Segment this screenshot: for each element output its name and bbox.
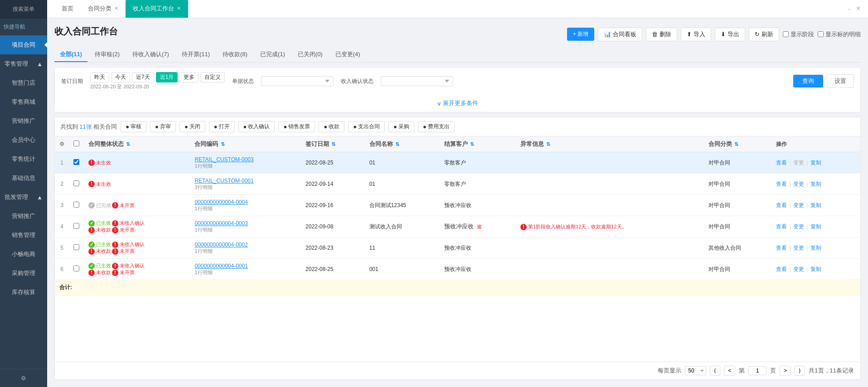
sidebar-item-member[interactable]: 会员中心 (0, 131, 47, 150)
add-button[interactable]: + 新增 (567, 28, 594, 41)
row-checkbox-cell[interactable] (69, 195, 84, 216)
change-link[interactable]: 变更 (793, 245, 804, 251)
set-button[interactable]: 设置 (827, 74, 854, 88)
change-link[interactable]: 变更 (793, 181, 804, 187)
page-input[interactable] (748, 366, 766, 375)
copy-link[interactable]: 复制 (810, 266, 821, 272)
row-checkbox-cell[interactable] (69, 259, 84, 280)
status-tab-pending-invoice[interactable]: 待开票(11) (176, 48, 215, 62)
row-checkbox-cell[interactable] (69, 152, 84, 174)
contract-board-button[interactable]: 📊 合同看板 (598, 28, 642, 41)
expense-out-btn[interactable]: ● 费用支出 (418, 121, 455, 132)
doc-status-select[interactable] (261, 76, 334, 86)
tab-contract-cat-close[interactable]: ✕ (114, 5, 118, 11)
refresh-button[interactable]: ↻ 刷新 (749, 28, 779, 41)
abandon-review-btn[interactable]: ● 弃审 (150, 121, 176, 132)
sidebar-item-inventory[interactable]: 库存核算 (0, 283, 47, 302)
view-link[interactable]: 查看 (776, 202, 787, 208)
row-checkbox-cell[interactable] (69, 174, 84, 195)
date-btn-yesterday[interactable]: 昨天 (90, 72, 109, 82)
contract-link[interactable]: 0000000000004-0004 (194, 199, 247, 205)
last-page-btn[interactable]: ⟩ (795, 366, 805, 376)
view-link[interactable]: 查看 (776, 266, 787, 272)
tab-income-workbench[interactable]: 收入合同工作台 ✕ (126, 0, 188, 18)
date-btn-more[interactable]: 更多 (179, 72, 199, 82)
status-tab-pending-payment[interactable]: 待收款(8) (217, 48, 253, 62)
date-btn-today[interactable]: 今天 (111, 72, 130, 82)
purchase-btn[interactable]: ● 采购 (388, 121, 414, 132)
show-fields-toggle[interactable]: 显示阶段 (783, 30, 814, 39)
query-button[interactable]: 查询 (793, 75, 823, 87)
contract-link[interactable]: 0000000000004-0002 (194, 242, 247, 248)
first-page-btn[interactable]: ⟨ (710, 366, 720, 376)
sort-error-info[interactable]: ⇅ (546, 141, 550, 147)
copy-link[interactable]: 复制 (810, 160, 821, 166)
view-link[interactable]: 查看 (776, 181, 787, 187)
export-button[interactable]: ⬇ 导出 (715, 28, 745, 41)
status-tab-closed[interactable]: 已关闭(0) (292, 48, 328, 62)
sidebar-item-ecommerce[interactable]: 小畅电商 (0, 245, 47, 264)
change-link[interactable]: 变更 (793, 266, 804, 272)
date-btn-7days[interactable]: 近7天 (132, 72, 154, 82)
sidebar-item-wholesale-mgmt[interactable]: 批发管理 ▲ (0, 188, 47, 207)
income-confirm-btn[interactable]: ● 收入确认 (238, 121, 275, 132)
minimize-button[interactable]: － (846, 5, 852, 13)
sidebar-item-retail-mgmt[interactable]: 零售管理 ▲ (0, 54, 47, 73)
status-tab-pending-confirm[interactable]: 待收入确认(7) (127, 48, 175, 62)
sort-contract-status[interactable]: ⇅ (126, 141, 130, 147)
import-button[interactable]: ⬆ 导入 (681, 28, 711, 41)
sidebar-settings[interactable]: ⚙ (0, 369, 47, 387)
contract-link[interactable]: 0000000000004-0001 (194, 263, 247, 269)
payment-btn[interactable]: ● 收款 (319, 121, 344, 132)
view-link[interactable]: 查看 (776, 160, 787, 166)
expense-contract-btn[interactable]: ● 支出合同 (348, 121, 385, 132)
sidebar-nav[interactable]: 快捷导航 (0, 19, 47, 35)
sidebar-item-marketing2[interactable]: 营销推广 (0, 207, 47, 226)
table-settings-icon[interactable]: ⚙ (55, 136, 69, 152)
status-tab-all[interactable]: 全部(11) (54, 48, 87, 62)
review-btn[interactable]: ● 审核 (121, 121, 146, 132)
sidebar-item-smart-store[interactable]: 智慧门店 (0, 73, 47, 92)
per-page-select[interactable]: 50 20 100 (685, 366, 706, 375)
prev-page-btn[interactable]: < (724, 366, 735, 376)
delete-button[interactable]: 🗑 删除 (646, 28, 677, 41)
sort-contract-code[interactable]: ⇅ (221, 141, 225, 147)
sort-customer[interactable]: ⇅ (470, 141, 474, 147)
view-link[interactable]: 查看 (776, 245, 787, 251)
income-confirm-select[interactable] (381, 76, 453, 86)
date-btn-1month[interactable]: 近1月 (156, 72, 178, 82)
tab-home[interactable]: 首页 (54, 0, 81, 18)
select-all-checkbox[interactable] (73, 140, 79, 146)
sidebar-item-purchase[interactable]: 采购管理 (0, 264, 47, 283)
sort-sign-date[interactable]: ⇅ (331, 141, 335, 147)
copy-link[interactable]: 复制 (810, 245, 821, 251)
change-link[interactable]: 变更 (793, 202, 804, 208)
sidebar-search[interactable]: 搜索菜单 (0, 0, 47, 19)
tab-contract-cat[interactable]: 合同分类 ✕ (81, 0, 126, 18)
status-tab-changed[interactable]: 已变更(4) (330, 48, 366, 62)
sidebar-item-retail-mall[interactable]: 零售商城 (0, 92, 47, 111)
close-button[interactable]: ✕ (856, 5, 861, 13)
sidebar-item-project[interactable]: 项目合同 (0, 35, 47, 54)
row-checkbox-cell[interactable] (69, 216, 84, 237)
sidebar-item-sales-mgmt[interactable]: 销售管理 (0, 226, 47, 245)
open-btn[interactable]: ● 打开 (209, 121, 235, 132)
header-checkbox-cell[interactable] (69, 136, 84, 152)
sidebar-item-basic-info[interactable]: 基础信息 (0, 169, 47, 188)
date-btn-custom[interactable]: 自定义 (200, 72, 225, 82)
show-detail-toggle[interactable]: 显示标的明细 (818, 30, 861, 39)
sidebar-item-retail-stat[interactable]: 零售统计 (0, 150, 47, 169)
contract-link[interactable]: RETAIL_CUSTOM-0003 (194, 156, 253, 163)
copy-link[interactable]: 复制 (810, 223, 821, 230)
sales-invoice-btn[interactable]: ● 销售发票 (278, 121, 315, 132)
status-tab-completed[interactable]: 已完成(1) (255, 48, 291, 62)
change-link[interactable]: 变更 (793, 223, 804, 230)
copy-link[interactable]: 复制 (810, 181, 821, 187)
expand-more-btn[interactable]: ∨ 展开更多条件 (437, 99, 478, 107)
close-btn[interactable]: ● 关闭 (179, 121, 205, 132)
contract-link[interactable]: 0000000000004-0003 (194, 220, 247, 227)
row-checkbox-cell[interactable] (69, 237, 84, 259)
sort-category[interactable]: ⇅ (734, 141, 738, 147)
contract-link[interactable]: RETAIL_CUSTOM-0001 (194, 178, 253, 184)
sort-contract-name[interactable]: ⇅ (395, 141, 399, 147)
